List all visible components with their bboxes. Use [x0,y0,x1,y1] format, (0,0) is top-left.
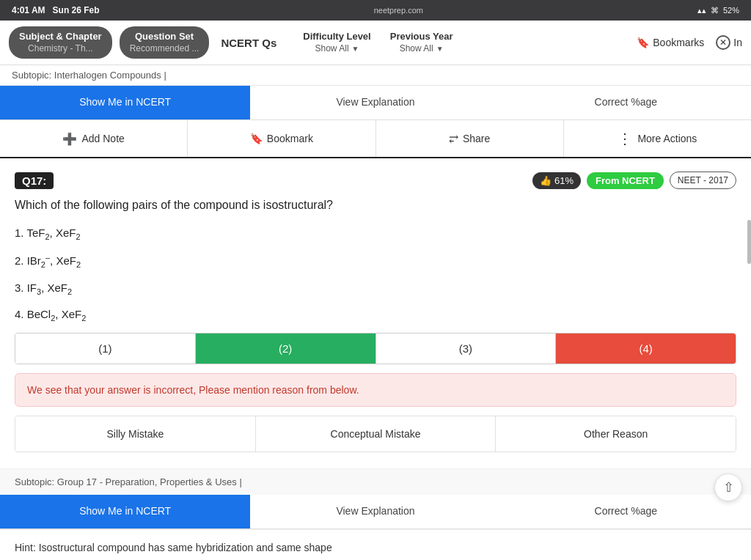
add-note-label: Add Note [81,133,124,144]
view-explanation-tab[interactable]: View Explanation [250,86,500,119]
status-url: neetprep.com [374,6,423,15]
question-text: Which of the following pairs of the comp… [15,196,736,214]
previous-year-title: Previous Year [390,31,453,43]
reason-conceptual-mistake[interactable]: Conceptual Mistake [256,416,497,452]
show-me-ncert-tab-bottom[interactable]: Show Me in NCERT [0,495,250,528]
chevron-up-icon: ⇧ [723,479,734,495]
close-button[interactable]: ✕ In [716,35,742,50]
option-1[interactable]: 1. TeF2, XeF2 [15,224,736,244]
thumbs-up-icon: 👍 [540,175,552,186]
ncert-label: NCERT Qs [221,37,276,49]
action-row: ➕ Add Note 🔖 Bookmark ⥂ Share ⋮ More Act… [0,120,751,158]
difficulty-title: Difficulty Level [303,31,370,43]
share-label: Share [463,133,490,144]
close-label: In [733,37,742,48]
question-set-sub: Recommended ... [130,43,199,55]
nav-actions: 🔖 Bookmarks ✕ In [637,35,742,50]
answer-option-3[interactable]: (3) [376,334,557,364]
reason-row: Silly Mistake Conceptual Mistake Other R… [15,416,736,452]
subtopic-top: Subtopic: Interhalogen Compounds | [0,65,751,86]
difficulty-val: Show All▼ [315,43,359,55]
more-icon: ⋮ [618,130,633,147]
correct-pctage-tab-bottom[interactable]: Correct %age [501,495,751,528]
battery-icon: 52% [723,6,739,15]
hint-text: Hint: Isostructural compound has same hy… [15,542,332,553]
bookmark-label: Bookmark [267,133,313,144]
share-button[interactable]: ⥂ Share [376,120,564,157]
answer-option-4[interactable]: (4) [556,334,736,364]
status-bar: 4:01 AM Sun 26 Feb neetprep.com ▴▴ ⌘ 52% [0,0,751,21]
bookmarks-label: Bookmarks [653,37,704,48]
tab-row-top: Show Me in NCERT View Explanation Correc… [0,86,751,120]
reason-other[interactable]: Other Reason [496,416,736,452]
previous-year-filter[interactable]: Previous Year Show All▼ [390,31,453,54]
error-message: We see that your answer is incorrect, Pl… [15,373,736,407]
answer-row: (1) (2) (3) (4) [15,333,736,364]
view-explanation-tab-bottom[interactable]: View Explanation [250,495,500,528]
question-set-title: Question Set [130,31,199,43]
signal-icon: ▴▴ [697,6,706,15]
bookmark-button[interactable]: 🔖 Bookmark [188,120,376,157]
subject-title: Subject & Chapter [19,31,102,43]
option-3[interactable]: 3. IF3, XeF2 [15,279,736,299]
hint-area: Hint: Isostructural compound has same hy… [0,529,751,560]
neet-year-badge: NEET - 2017 [670,172,736,189]
question-header: Q17: 👍 61% From NCERT NEET - 2017 [15,172,736,189]
reason-silly-mistake[interactable]: Silly Mistake [15,416,256,452]
subject-sub: Chemistry - Th... [19,43,102,55]
status-right: ▴▴ ⌘ 52% [697,6,739,15]
bookmark-action-icon: 🔖 [250,133,263,144]
wifi-icon: ⌘ [711,6,719,15]
question-badges: 👍 61% From NCERT NEET - 2017 [532,172,736,189]
option-2[interactable]: 2. IBr2–, XeF2 [15,251,736,272]
share-icon: ⥂ [449,132,458,146]
answer-option-1[interactable]: (1) [15,334,196,364]
like-percent: 61% [554,175,574,186]
add-note-icon: ➕ [62,132,77,146]
status-time: 4:01 AM Sun 26 Feb [12,5,100,15]
question-number: Q17: [15,172,54,189]
answer-option-2[interactable]: (2) [196,334,376,364]
scroll-up-button[interactable]: ⇧ [714,474,742,501]
like-badge: 👍 61% [532,172,581,189]
correct-pctage-tab[interactable]: Correct %age [501,86,751,119]
subject-chapter-pill[interactable]: Subject & Chapter Chemistry - Th... [9,26,112,59]
previous-year-val: Show All▼ [400,43,444,55]
question-set-pill[interactable]: Question Set Recommended ... [120,26,210,59]
option-4[interactable]: 4. BeCl2, XeF2 [15,306,736,325]
subtopic-bottom: Subtopic: Group 17 - Preparation, Proper… [0,468,751,495]
difficulty-filter[interactable]: Difficulty Level Show All▼ [303,31,370,54]
more-actions-label: More Actions [637,133,697,144]
tab-row-bottom: Show Me in NCERT View Explanation Correc… [0,495,751,529]
nav-bar: Subject & Chapter Chemistry - Th... Ques… [0,21,751,65]
question-area: Q17: 👍 61% From NCERT NEET - 2017 Which … [0,158,751,468]
bookmarks-button[interactable]: 🔖 Bookmarks [637,37,704,48]
close-circle-icon: ✕ [716,35,730,50]
from-ncert-badge: From NCERT [587,172,664,189]
bookmark-icon: 🔖 [637,37,649,48]
scroll-bar[interactable] [747,220,751,264]
more-actions-button[interactable]: ⋮ More Actions [564,120,751,157]
add-note-button[interactable]: ➕ Add Note [0,120,188,157]
show-me-ncert-tab[interactable]: Show Me in NCERT [0,86,250,119]
